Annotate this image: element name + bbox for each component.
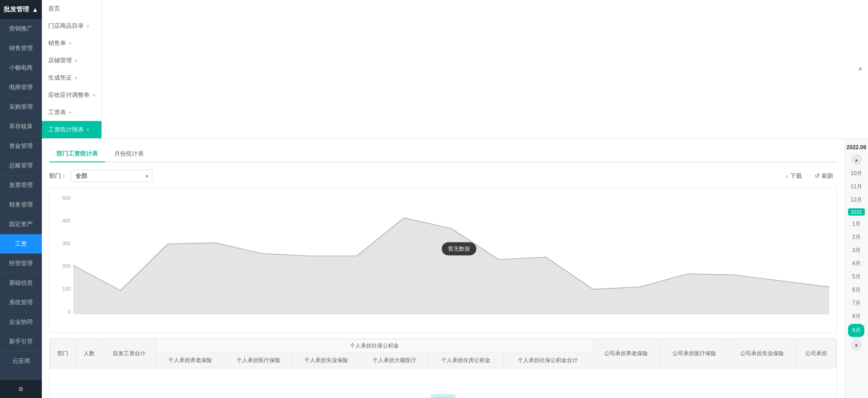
- sidebar-item-工资[interactable]: 工资: [0, 234, 42, 254]
- tab-label-应收应付调整单: 应收应付调整单: [48, 91, 90, 99]
- tab-应收应付调整单[interactable]: 应收应付调整单×: [42, 86, 102, 104]
- close-all-icon: ✕: [858, 66, 863, 72]
- timeline-month-12月[interactable]: 12月: [848, 193, 864, 207]
- timeline-month-3月[interactable]: 3月: [848, 244, 864, 257]
- timeline-month-7月[interactable]: 7月: [848, 297, 864, 310]
- tab-close-生成凭证[interactable]: ×: [75, 75, 77, 81]
- th-dept: 部门: [50, 339, 76, 368]
- sidebar-title: 批发管理: [4, 5, 29, 14]
- sidebar-item-新手引导[interactable]: 新手引导: [0, 332, 42, 352]
- sub-tab-部门工资统计表[interactable]: 部门工资统计表: [49, 146, 105, 162]
- tab-close-工资统计报表[interactable]: ×: [86, 127, 89, 132]
- tab-close-应收应付调整单[interactable]: ×: [92, 92, 95, 98]
- sidebar-item-云应用[interactable]: 云应用: [0, 352, 42, 371]
- timeline-month-9月[interactable]: 9月: [848, 324, 864, 337]
- filter-row: 部门： 全部: [49, 170, 152, 182]
- timeline-nav-up[interactable]: ▲: [851, 154, 862, 165]
- timeline-year-label[interactable]: 2022.09: [847, 142, 866, 152]
- th-personal-sub-个人承担住房公积金: 个人承担住房公积金: [428, 353, 503, 368]
- th-company-other: 公司承担: [796, 339, 836, 368]
- timeline-nav-down[interactable]: ▼: [851, 340, 862, 351]
- tab-close-店铺管理[interactable]: ×: [75, 58, 77, 63]
- tab-生成凭证[interactable]: 生成凭证×: [42, 69, 102, 86]
- sidebar-item-电商管理[interactable]: 电商管理: [0, 78, 42, 97]
- sidebar-item-总账管理[interactable]: 总账管理: [0, 156, 42, 176]
- sidebar-item-企业协同[interactable]: 企业协同: [0, 312, 42, 332]
- dept-select-wrapper: 全部: [71, 170, 152, 182]
- refresh-button[interactable]: ↺ 刷新: [811, 170, 837, 182]
- tab-close-销售单[interactable]: ×: [69, 40, 71, 46]
- sidebar-item-税务管理[interactable]: 税务管理: [0, 195, 42, 215]
- close-all-tabs[interactable]: ✕: [853, 61, 868, 77]
- sidebar-item-小畅电商[interactable]: 小畅电商: [0, 58, 42, 78]
- y-label-100: 100: [57, 286, 71, 292]
- sidebar-items: 营销推广销售管理小畅电商电商管理采购管理库存核算资金管理总账管理发票管理税务管理…: [0, 19, 42, 371]
- y-label-200: 200: [57, 263, 71, 269]
- sidebar-item-固定资产[interactable]: 固定资产: [0, 215, 42, 234]
- tab-工资表[interactable]: 工资表×: [42, 104, 102, 121]
- sidebar-settings[interactable]: ⚙: [0, 380, 42, 398]
- sidebar-item-系统管理[interactable]: 系统管理: [0, 293, 42, 312]
- data-table: 部门 人数 应发工资合计 个人承担社保公积金 公司承担养老保险 公司承担医疗保险…: [50, 339, 837, 368]
- sidebar-item-经营管理[interactable]: 经营管理: [0, 254, 42, 273]
- tab-首页[interactable]: 首页: [42, 0, 102, 17]
- dept-select[interactable]: 全部: [71, 170, 152, 182]
- th-personal-sub-个人承担医疗保险: 个人承担医疗保险: [224, 353, 293, 368]
- timeline-month-11月[interactable]: 11月: [848, 180, 864, 193]
- timeline-month-10月[interactable]: 10月: [848, 167, 864, 180]
- sidebar-header[interactable]: 批发管理 ▲: [0, 0, 42, 19]
- sidebar: 批发管理 ▲ 营销推广销售管理小畅电商电商管理采购管理库存核算资金管理总账管理发…: [0, 0, 42, 398]
- sidebar-item-库存核算[interactable]: 库存核算: [0, 117, 42, 136]
- download-label: 下载: [790, 172, 802, 180]
- tab-label-工资表: 工资表: [48, 108, 66, 116]
- timeline-month-1月[interactable]: 1月: [848, 217, 864, 231]
- timeline-month-5月[interactable]: 5月: [848, 270, 864, 283]
- timeline-sidebar: 2022.09 ▲ 10月11月12月20221月2月3月4月5月6月7月8月9…: [844, 139, 868, 398]
- sub-tab-月份统计表[interactable]: 月份统计表: [107, 146, 151, 162]
- sidebar-item-基础信息[interactable]: 基础信息: [0, 273, 42, 293]
- chart-area: [73, 218, 829, 314]
- sidebar-item-营销推广[interactable]: 营销推广: [0, 19, 42, 39]
- tab-工资统计报表[interactable]: 工资统计报表×: [42, 121, 102, 138]
- sidebar-collapse-icon: ▲: [32, 6, 38, 13]
- toolbar-row: 部门： 全部 ↓ 下载 ↺ 刷新: [49, 170, 837, 182]
- download-icon: ↓: [786, 172, 789, 179]
- th-company-unemploy: 公司承担失业保险: [728, 339, 797, 368]
- sidebar-item-销售管理[interactable]: 销售管理: [0, 39, 42, 58]
- th-company-medical: 公司承担医疗保险: [660, 339, 728, 368]
- tab-label-首页: 首页: [48, 5, 60, 13]
- th-personal-sub-个人承担大额医疗: 个人承担大额医疗: [360, 353, 429, 368]
- page-content: 部门工资统计表月份统计表 部门： 全部 ↓ 下载: [42, 139, 868, 398]
- tab-label-销售单: 销售单: [48, 39, 66, 47]
- th-personal-group: 个人承担社保公积金: [156, 339, 592, 353]
- tab-close-工资表[interactable]: ×: [69, 110, 71, 115]
- tab-店铺管理[interactable]: 店铺管理×: [42, 52, 102, 69]
- chart-y-axis: 5004003002001000: [57, 195, 71, 314]
- timeline-months: 10月11月12月20221月2月3月4月5月6月7月8月9月: [848, 167, 864, 338]
- timeline-month-8月[interactable]: 8月: [848, 310, 864, 323]
- sidebar-item-采购管理[interactable]: 采购管理: [0, 97, 42, 117]
- y-label-400: 400: [57, 218, 71, 223]
- svg-rect-0: [430, 394, 456, 398]
- sidebar-item-资金管理[interactable]: 资金管理: [0, 136, 42, 156]
- action-buttons: ↓ 下载 ↺ 刷新: [782, 170, 838, 182]
- th-personal-sub-个人承担失业保险: 个人承担失业保险: [292, 353, 360, 368]
- refresh-icon: ↺: [815, 172, 820, 179]
- tab-销售单[interactable]: 销售单×: [42, 35, 102, 52]
- tab-label-店铺管理: 店铺管理: [48, 56, 72, 65]
- empty-icon: CE: [425, 387, 461, 398]
- tab-label-门店商品目录: 门店商品目录: [48, 22, 84, 30]
- timeline-year-2022[interactable]: 2022: [848, 208, 864, 216]
- timeline-month-4月[interactable]: 4月: [848, 257, 864, 270]
- download-button[interactable]: ↓ 下载: [782, 170, 806, 182]
- chart-container: 5004003002001000 暂无数据: [49, 187, 837, 333]
- tabs-container: 首页门店商品目录×销售单×店铺管理×生成凭证×应收应付调整单×工资表×工资统计报…: [42, 0, 102, 138]
- th-count: 人数: [76, 339, 102, 368]
- dept-filter-label: 部门：: [49, 172, 67, 180]
- tab-label-工资统计报表: 工资统计报表: [48, 126, 84, 134]
- sidebar-item-发票管理[interactable]: 发票管理: [0, 176, 42, 195]
- tab-close-门店商品目录[interactable]: ×: [86, 23, 89, 29]
- timeline-month-2月[interactable]: 2月: [848, 231, 864, 244]
- tab-门店商品目录[interactable]: 门店商品目录×: [42, 17, 102, 35]
- timeline-month-6月[interactable]: 6月: [848, 283, 864, 297]
